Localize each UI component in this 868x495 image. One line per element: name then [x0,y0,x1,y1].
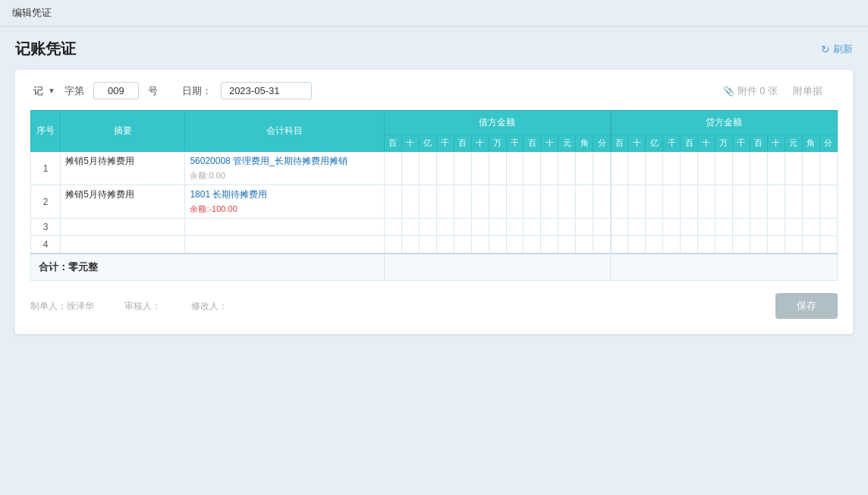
debit-cell-r1-c4[interactable] [454,185,471,219]
credit-cell-r2-c8[interactable] [750,219,767,236]
credit-cell-r3-c0[interactable] [611,236,628,254]
debit-cell-r1-c2[interactable] [419,185,436,219]
debit-cell-r2-c0[interactable] [384,219,401,236]
debit-cell-r3-c9[interactable] [541,236,558,254]
credit-cell-r1-c5[interactable] [698,185,715,219]
credit-cell-r2-c12[interactable] [819,219,837,236]
debit-cell-r2-c5[interactable] [471,219,489,236]
debit-cell-r3-c3[interactable] [436,236,454,254]
voucher-type-selector[interactable]: 记 ▼ [30,83,55,99]
debit-cell-r2-c12[interactable] [593,219,611,236]
debit-cell-r2-c3[interactable] [436,219,454,236]
debit-cell-r3-c8[interactable] [524,236,541,254]
credit-cell-r3-c1[interactable] [628,236,646,254]
credit-cell-r1-c8[interactable] [750,185,767,219]
debit-cell-r0-c2[interactable] [419,152,436,185]
row-summary-3[interactable] [61,236,185,254]
credit-cell-r2-c4[interactable] [681,219,698,236]
debit-cell-r1-c0[interactable] [384,185,401,219]
debit-cell-r0-c6[interactable] [489,152,506,185]
date-input[interactable] [221,82,312,99]
credit-cell-r2-c7[interactable] [732,219,750,236]
credit-cell-r2-c6[interactable] [715,219,732,236]
credit-cell-r2-c9[interactable] [767,219,785,236]
debit-cell-r2-c7[interactable] [506,219,524,236]
save-button[interactable]: 保存 [775,293,838,319]
debit-cell-r2-c11[interactable] [576,219,593,236]
credit-cell-r1-c12[interactable] [819,185,837,219]
credit-cell-r1-c11[interactable] [802,185,819,219]
debit-cell-r3-c0[interactable] [384,236,401,254]
credit-cell-r2-c10[interactable] [785,219,802,236]
credit-cell-r1-c1[interactable] [628,185,646,219]
row-summary-1[interactable]: 摊销5月待摊费用 [61,185,185,219]
credit-cell-r0-c12[interactable] [819,152,837,185]
credit-cell-r0-c1[interactable] [628,152,646,185]
debit-cell-r3-c11[interactable] [576,236,593,254]
debit-cell-r1-c8[interactable] [524,185,541,219]
attach-single-btn[interactable]: 附单据 [793,84,822,98]
row-summary-0[interactable]: 摊销5月待摊费用 [61,152,185,185]
credit-cell-r1-c3[interactable] [663,185,681,219]
debit-cell-r3-c6[interactable] [489,236,506,254]
debit-cell-r0-c0[interactable] [384,152,401,185]
credit-cell-r2-c0[interactable] [611,219,628,236]
credit-cell-r3-c10[interactable] [785,236,802,254]
debit-cell-r2-c6[interactable] [489,219,506,236]
debit-cell-r2-c4[interactable] [454,219,471,236]
dropdown-arrow-icon[interactable]: ▼ [48,87,55,95]
debit-cell-r1-c9[interactable] [541,185,558,219]
credit-cell-r3-c9[interactable] [767,236,785,254]
credit-cell-r0-c10[interactable] [785,152,802,185]
credit-cell-r2-c11[interactable] [802,219,819,236]
credit-cell-r3-c12[interactable] [819,236,837,254]
debit-cell-r0-c5[interactable] [471,152,489,185]
debit-cell-r2-c2[interactable] [419,219,436,236]
voucher-number-input[interactable] [93,82,139,99]
credit-cell-r0-c0[interactable] [611,152,628,185]
credit-cell-r3-c4[interactable] [681,236,698,254]
credit-cell-r0-c2[interactable] [646,152,663,185]
row-account-3[interactable] [185,236,384,254]
credit-cell-r0-c8[interactable] [750,152,767,185]
debit-cell-r2-c10[interactable] [558,219,576,236]
debit-cell-r0-c4[interactable] [454,152,471,185]
credit-cell-r3-c8[interactable] [750,236,767,254]
debit-cell-r2-c8[interactable] [524,219,541,236]
debit-cell-r3-c12[interactable] [593,236,611,254]
credit-cell-r0-c5[interactable] [698,152,715,185]
debit-cell-r0-c11[interactable] [576,152,593,185]
credit-cell-r3-c11[interactable] [802,236,819,254]
row-account-2[interactable] [185,219,384,236]
credit-cell-r0-c4[interactable] [681,152,698,185]
credit-cell-r1-c9[interactable] [767,185,785,219]
debit-cell-r0-c3[interactable] [436,152,454,185]
credit-cell-r0-c3[interactable] [663,152,681,185]
debit-cell-r3-c4[interactable] [454,236,471,254]
debit-cell-r0-c1[interactable] [401,152,419,185]
debit-cell-r1-c10[interactable] [558,185,576,219]
debit-cell-r0-c8[interactable] [524,152,541,185]
credit-cell-r0-c7[interactable] [732,152,750,185]
credit-cell-r2-c3[interactable] [663,219,681,236]
row-summary-2[interactable] [61,219,185,236]
debit-cell-r1-c3[interactable] [436,185,454,219]
debit-cell-r0-c12[interactable] [593,152,611,185]
debit-cell-r3-c1[interactable] [401,236,419,254]
debit-cell-r1-c1[interactable] [401,185,419,219]
credit-cell-r1-c10[interactable] [785,185,802,219]
credit-cell-r0-c11[interactable] [802,152,819,185]
debit-cell-r1-c6[interactable] [489,185,506,219]
debit-cell-r3-c7[interactable] [506,236,524,254]
debit-cell-r0-c9[interactable] [541,152,558,185]
credit-cell-r3-c5[interactable] [698,236,715,254]
debit-cell-r0-c7[interactable] [506,152,524,185]
credit-cell-r0-c9[interactable] [767,152,785,185]
debit-cell-r3-c2[interactable] [419,236,436,254]
debit-cell-r3-c5[interactable] [471,236,489,254]
credit-cell-r1-c4[interactable] [681,185,698,219]
credit-cell-r2-c5[interactable] [698,219,715,236]
credit-cell-r1-c2[interactable] [646,185,663,219]
credit-cell-r2-c1[interactable] [628,219,646,236]
credit-cell-r3-c2[interactable] [646,236,663,254]
